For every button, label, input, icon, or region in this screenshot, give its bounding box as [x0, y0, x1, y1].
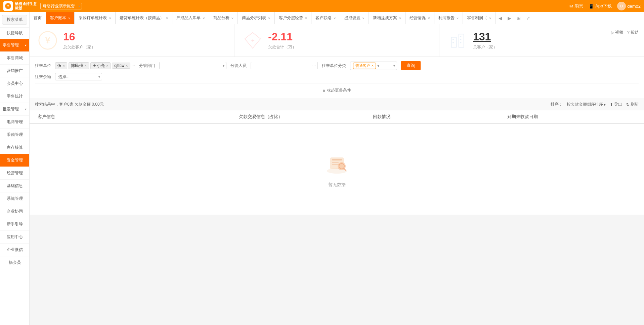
tab-close-contact[interactable]: × — [334, 16, 336, 20]
tab-instock[interactable]: 进货单统计表（按商品） × — [116, 12, 172, 24]
tab-prev-btn[interactable]: ◀ — [496, 15, 505, 21]
search-menu-btn[interactable]: 搜索菜单 — [2, 15, 27, 25]
tab-close-retail[interactable]: × — [489, 16, 491, 20]
sidebar-item-vip[interactable]: 畅会员 — [0, 256, 29, 269]
filter-dept-input[interactable] — [159, 62, 226, 69]
tab-profit-report[interactable]: 利润报告 × — [434, 12, 463, 24]
tab-next-btn[interactable]: ▶ — [505, 15, 514, 21]
app-icon: 📱 — [589, 4, 594, 9]
remove-customer-tag[interactable]: × — [372, 64, 374, 68]
sidebar: 搜索菜单 快捷导航 零售管理 ▾ 零售商城 营销推广 会员中心 零售统计 批发管… — [0, 12, 30, 325]
filter-more-btn[interactable]: ··· — [132, 63, 135, 68]
sidebar-item-enterprise-wechat[interactable]: 企业微信 — [0, 244, 29, 256]
sidebar-item-marketing[interactable]: 营销推广 — [0, 65, 29, 77]
sort-value[interactable]: 按欠款金额倒序排序 ▾ — [567, 102, 606, 107]
tab-customer-segment[interactable]: 客户分层经营 × — [275, 12, 311, 24]
tab-op-status[interactable]: 经营情况 × — [405, 12, 434, 24]
sidebar-item-ecommerce[interactable]: 电商管理 — [0, 116, 29, 129]
tab-new-tips[interactable]: 新增提成方案 × — [369, 12, 405, 24]
tab-close-tips[interactable]: × — [362, 16, 364, 20]
tab-goods-analysis-list[interactable]: 商品分析列表 × — [238, 12, 274, 24]
filter-balance-select[interactable]: 选择... — [55, 73, 102, 80]
account-select-wrap[interactable]: 母婴行业演示账套 — [40, 3, 82, 9]
tab-close-cost[interactable]: × — [203, 16, 205, 20]
remove-tag-cjttcw[interactable]: × — [126, 64, 128, 68]
refresh-btn[interactable]: ↻ 刷新 — [626, 102, 639, 107]
filter-unit-type-label: 往来单位分类 — [322, 63, 346, 69]
filter-tag-cjttcw: cjttcw × — [112, 63, 130, 69]
remove-tag-chen[interactable]: × — [84, 64, 86, 68]
stat-value-debt: -2.11 — [268, 31, 431, 43]
tab-cost-instock[interactable]: 产成品入库单 × — [172, 12, 209, 24]
sidebar-item-capital[interactable]: 资金管理 — [0, 154, 29, 167]
sidebar-item-inventory[interactable]: 库存核算 — [0, 141, 29, 154]
video-btn[interactable]: ▷ 视频 — [611, 30, 623, 35]
tab-close-profit[interactable]: × — [457, 16, 459, 20]
remove-tag-wang[interactable]: × — [106, 64, 108, 68]
tab-close-customer[interactable]: × — [68, 16, 70, 20]
sidebar-item-app-center[interactable]: 应用中心 — [0, 231, 29, 244]
sidebar-item-enterprise-coop[interactable]: 企业协同 — [0, 205, 29, 218]
export-btn[interactable]: ⬆ 导出 — [610, 102, 622, 107]
tab-home[interactable]: 首页 — [30, 12, 46, 24]
filter-person-input[interactable] — [251, 62, 318, 69]
tab-customer-contact[interactable]: 客户联络 × — [311, 12, 340, 24]
sidebar-item-purchase[interactable]: 采购管理 — [0, 129, 29, 141]
tab-close-purchase[interactable]: × — [109, 16, 111, 20]
tab-customer[interactable]: 客户账本 × — [46, 12, 75, 24]
results-summary: 搜索结果中，客户0家 欠款金额 0.00元 — [35, 102, 104, 107]
stats-row: ¥ 16 总欠款客户（家） ✦ — [30, 24, 644, 57]
user-menu[interactable]: D demo2 — [617, 2, 641, 10]
sidebar-item-retail-mall[interactable]: 零售商城 — [0, 52, 29, 65]
svg-rect-15 — [332, 159, 342, 160]
tab-purchase-order[interactable]: 采购订单统计表 × — [75, 12, 115, 24]
filter-unit-type-wrap[interactable]: 普通客户 × ▾ — [350, 62, 397, 70]
tab-goods-analysis[interactable]: 商品分析 × — [209, 12, 238, 24]
tab-close-op[interactable]: × — [428, 16, 430, 20]
query-button[interactable]: 查询 — [401, 61, 421, 70]
stat-card-customers: ¥ 16 总欠款客户（家） — [30, 24, 234, 57]
sort-icon: ▾ — [604, 102, 606, 107]
sidebar-item-operation[interactable]: 经营管理 — [0, 167, 29, 180]
sidebar-search[interactable]: 搜索菜单 — [0, 12, 29, 28]
tab-retail-profit[interactable]: 零售利润（ × — [463, 12, 496, 24]
filter-dept-wrap[interactable] — [159, 62, 226, 69]
filter-balance-wrap[interactable]: 选择... — [55, 73, 102, 80]
tab-close-goods-list[interactable]: × — [268, 16, 270, 20]
account-select[interactable]: 母婴行业演示账套 — [40, 3, 82, 9]
tab-close-segment[interactable]: × — [305, 16, 307, 20]
collapse-btn[interactable]: ∧ 收起更多条件 — [323, 86, 351, 95]
remove-tag-wu[interactable]: × — [63, 64, 65, 68]
sidebar-item-new-guide[interactable]: 新手引导 — [0, 218, 29, 231]
sidebar-item-retail-mgmt[interactable]: 零售管理 ▾ — [0, 39, 29, 52]
app-download-btn[interactable]: 📱 App下载 — [589, 3, 612, 9]
empty-icon — [324, 151, 350, 178]
sidebar-item-basic-info[interactable]: 基础信息 — [0, 180, 29, 192]
video-icon: ▷ — [611, 30, 614, 35]
sidebar-item-system[interactable]: 系统管理 — [0, 192, 29, 205]
tab-tips-settings[interactable]: 提成设置 × — [340, 12, 369, 24]
message-btn[interactable]: ✉ 消息 — [569, 3, 583, 9]
stat-label-debt: 欠款合计（万） — [268, 44, 431, 50]
filter-person-wrap[interactable] — [251, 62, 318, 69]
sidebar-item-retail-stats[interactable]: 零售统计 — [0, 90, 29, 103]
tab-close-goods[interactable]: × — [231, 16, 233, 20]
filter-balance-label: 往来余额 — [35, 74, 51, 80]
svg-rect-12 — [460, 42, 461, 43]
tab-close-new-tips[interactable]: × — [399, 16, 401, 20]
sidebar-item-member-center[interactable]: 会员中心 — [0, 77, 29, 90]
filter-tag-wu: 伍 × — [55, 62, 67, 69]
tab-close-instock[interactable]: × — [166, 16, 168, 20]
expand-icon-batch: ▾ — [25, 107, 27, 111]
tab-expand-btn[interactable]: ⊞ — [514, 15, 523, 21]
results-actions: 排序： 按欠款金额倒序排序 ▾ ⬆ 导出 ↻ 刷新 — [551, 102, 639, 107]
stat-actions: ▷ 视频 ? 帮助 — [611, 30, 639, 35]
quick-nav-btn[interactable]: 快捷导航 — [0, 28, 29, 39]
stat-label-customers: 总欠款客户（家） — [63, 44, 226, 50]
filter-row-1: 往来单位 伍 × 陈民强 × 王小亮 — [35, 61, 639, 70]
unit-type-dropdown[interactable]: ▾ — [377, 63, 380, 68]
stat-info-customers: 16 总欠款客户（家） — [63, 31, 226, 50]
help-btn[interactable]: ? 帮助 — [627, 30, 639, 35]
sidebar-item-batch-mgmt[interactable]: 批发管理 ▾ — [0, 103, 29, 116]
tab-fullscreen-btn[interactable]: ⤢ — [523, 15, 533, 21]
